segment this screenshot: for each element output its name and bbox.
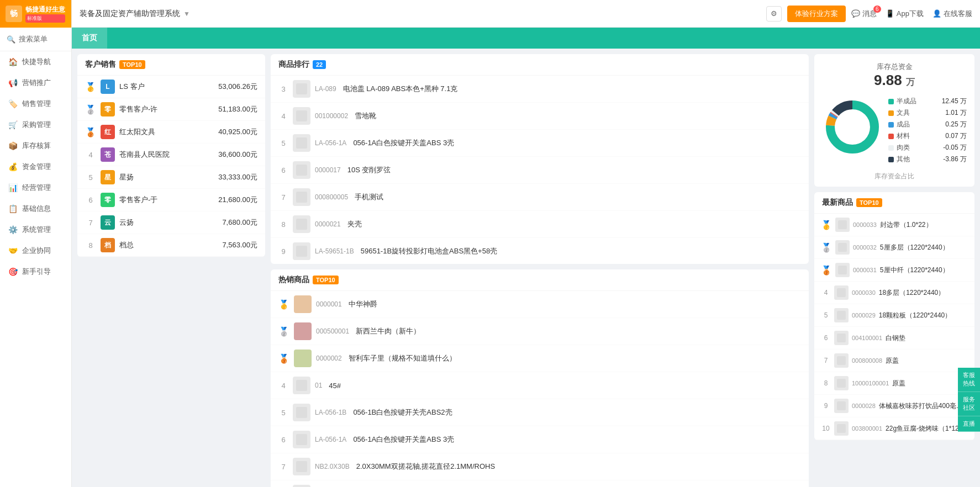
- purchase-label: 采购管理: [22, 120, 51, 130]
- sidebar-item-inventory[interactable]: 📦 库存核算: [0, 135, 71, 156]
- tab-home[interactable]: 首页: [72, 28, 107, 49]
- svg-rect-1: [296, 110, 307, 121]
- topbar-right: 💬 消息 6 📱 App下载 👤 在线客服: [851, 9, 972, 19]
- rank-number: 5: [85, 173, 96, 182]
- customer-ranking-col: 客户销售 TOP10 🥇 L LS 客户 53,006.26元 🥈 零 零售客户…: [77, 54, 265, 481]
- rank-medal: 🥉: [85, 127, 96, 137]
- inventory-value-unit: 万: [906, 77, 915, 87]
- sidebar-item-purchase[interactable]: 🛒 采购管理: [0, 114, 71, 135]
- customer-name: 档总: [119, 240, 218, 250]
- sidebar-item-operations[interactable]: 📊 经营管理: [0, 177, 71, 198]
- rank-number: 5: [278, 139, 288, 147]
- list-item[interactable]: 🥉 0000002 智利车子里（规格不知道填什么）: [271, 345, 809, 372]
- system-name-label: 装备及固定资产辅助管理系统 ▼: [80, 9, 761, 19]
- base-label: 基础信息: [22, 204, 51, 214]
- content-area: 客户销售 TOP10 🥇 L LS 客户 53,006.26元 🥈 零 零售客户…: [72, 49, 980, 487]
- list-item[interactable]: 8 0000011 12070519-xs: [271, 480, 809, 487]
- sidebar-item-enterprise[interactable]: 🤝 企业协同: [0, 240, 71, 261]
- list-item[interactable]: 🥇 0000033 封边带（1.0*22）: [814, 214, 974, 236]
- purchase-icon: 🛒: [8, 120, 18, 130]
- rank-number: 8: [85, 241, 96, 250]
- settings-button[interactable]: ⚙: [766, 6, 782, 22]
- product-ranking-header: 商品排行 22: [271, 54, 809, 76]
- list-item[interactable]: 🥈 000500001 新西兰牛肉（新牛）: [271, 318, 809, 345]
- list-item[interactable]: 6 0000017 10S 变削罗弦: [271, 157, 809, 184]
- list-item[interactable]: 5 LA-056-1B 056-1B白色按键开关壳ABS2壳: [271, 399, 809, 426]
- app-download-button[interactable]: 📱 App下载: [886, 9, 924, 19]
- rank-number: 8: [821, 379, 831, 387]
- list-item[interactable]: 7 000800008 原盖: [814, 350, 974, 372]
- list-item[interactable]: 4 001000002 雪地靴: [271, 103, 809, 130]
- legend-item: 成品 0.25 万: [888, 120, 967, 129]
- sidebar-logo[interactable]: 畅 畅捷通好生意 标准版: [0, 0, 71, 28]
- trial-button[interactable]: 体验行业方案: [787, 6, 846, 22]
- list-item[interactable]: 6 004100001 白钢垫: [814, 327, 974, 350]
- main-area: 装备及固定资产辅助管理系统 ▼ ⚙ 体验行业方案 💬 消息 6 📱 App下载 …: [72, 0, 980, 487]
- system-dropdown-arrow[interactable]: ▼: [183, 10, 190, 18]
- list-item[interactable]: 9 LA-59651-1B 59651-1B旋转投影灯电池盒ABS黑色+58壳: [271, 238, 809, 264]
- product-thumb: [293, 215, 310, 233]
- table-row[interactable]: 7 云 云扬 7,680.00元: [77, 211, 265, 234]
- sidebar-item-quicknav[interactable]: 🏠 快捷导航: [0, 51, 71, 72]
- table-row[interactable]: 5 星 星扬 33,333.00元: [77, 166, 265, 189]
- inventory-card: 库存总资金 9.88 万: [814, 54, 974, 187]
- avatar: 红: [101, 125, 115, 139]
- svg-rect-10: [296, 461, 307, 472]
- sidebar-item-marketing[interactable]: 📢 营销推广: [0, 72, 71, 93]
- quicknav-icon: 🏠: [8, 57, 18, 67]
- product-code: LA-056-1A: [315, 436, 346, 443]
- list-item[interactable]: 7 000800005 手机测试: [271, 184, 809, 211]
- sidebar-item-sales[interactable]: 🏷️ 销售管理: [0, 93, 71, 114]
- list-item[interactable]: 🥇 0000001 中华神爵: [271, 291, 809, 318]
- list-item[interactable]: 8 0000021 夹壳: [271, 211, 809, 238]
- list-item[interactable]: 6 LA-056-1A 056-1A白色按键开关盖ABS 3壳: [271, 426, 809, 453]
- list-item[interactable]: 7 NB2.0X30B 2.0X30MM双搓花轴,搓花直径2.1MM/ROHS: [271, 453, 809, 480]
- rank-number: 10: [821, 425, 831, 432]
- list-item[interactable]: 4 0000030 18多层（1220*2440）: [814, 282, 974, 304]
- list-item[interactable]: 🥈 0000032 5厘多层（1220*2440）: [814, 236, 974, 259]
- table-row[interactable]: 🥉 红 红太阳文具 40,925.00元: [77, 121, 265, 144]
- finance-icon: 💰: [8, 162, 18, 172]
- avatar: 零: [101, 193, 115, 207]
- messages-button[interactable]: 💬 消息 6: [851, 9, 877, 19]
- customer-name: LS 客户: [119, 82, 214, 92]
- table-row[interactable]: 🥈 零 零售客户-许 51,183.00元: [77, 98, 265, 121]
- table-row[interactable]: 8 档 档总 7,563.00元: [77, 234, 265, 257]
- table-row[interactable]: 6 零 零售客户-于 21,680.00元: [77, 189, 265, 211]
- sales-icon: 🏷️: [8, 99, 18, 109]
- table-row[interactable]: 🥇 L LS 客户 53,006.26元: [77, 76, 265, 98]
- sidebar: 畅 畅捷通好生意 标准版 🔍 搜索菜单 🏠 快捷导航 📢 营销推广 🏷️ 销售管…: [0, 0, 72, 487]
- product-thumb: [294, 322, 312, 340]
- list-item[interactable]: 8 10000100001 原盖: [814, 372, 974, 395]
- list-item[interactable]: 5 LA-056-1A 056-1A白色按键开关盖ABS 3壳: [271, 130, 809, 157]
- middle-col: 商品排行 22 3 LA-089 电池盖 LA-089 ABS本色+黑种 7.1…: [271, 54, 809, 481]
- legend-name: 其他: [897, 155, 910, 164]
- product-name: 18多层（1220*2440）: [879, 288, 968, 298]
- list-item[interactable]: 🥉 0000031 5厘中纤（1220*2440）: [814, 259, 974, 282]
- table-row[interactable]: 4 苍 苍南县人民医院 36,600.00元: [77, 144, 265, 166]
- sidebar-item-guide[interactable]: 🎯 新手引导: [0, 261, 71, 282]
- list-item[interactable]: 4 01 45#: [271, 372, 809, 399]
- sidebar-item-finance[interactable]: 💰 资金管理: [0, 156, 71, 177]
- list-item[interactable]: 3 LA-089 电池盖 LA-089 ABS本色+黑种 7.1克: [271, 76, 809, 103]
- product-thumb: [835, 263, 850, 277]
- list-item[interactable]: 5 0000029 18颗粒板（1220*2440）: [814, 304, 974, 327]
- legend-name: 文具: [897, 108, 910, 118]
- product-name: 电池盖 LA-089 ABS本色+黑种 7.1克: [343, 84, 801, 94]
- sidebar-item-base[interactable]: 📋 基础信息: [0, 198, 71, 219]
- community-button[interactable]: 服务 社区: [958, 392, 980, 416]
- topbar: 装备及固定资产辅助管理系统 ▼ ⚙ 体验行业方案 💬 消息 6 📱 App下载 …: [72, 0, 980, 28]
- list-item[interactable]: 9 0000028 体械嘉枚味苏打饮品400毫升（1*15）: [814, 395, 974, 417]
- list-item[interactable]: 10 003800001 22g鱼豆腐-烧烤味（1*12*20）: [814, 417, 974, 440]
- live-button[interactable]: 直播: [958, 416, 980, 432]
- sidebar-item-system[interactable]: ⚙️ 系统管理: [0, 219, 71, 240]
- online-service-button[interactable]: 👤 在线客服: [932, 9, 972, 19]
- legend-value: -3.86 万: [943, 155, 967, 164]
- product-name: 原盖: [892, 379, 968, 388]
- product-name: 新西兰牛肉（新牛）: [356, 326, 801, 336]
- sidebar-search-area: 🔍 搜索菜单: [0, 28, 71, 51]
- customer-service-button[interactable]: 客服 热线: [958, 368, 980, 392]
- search-menu-button[interactable]: 🔍 搜索菜单: [4, 32, 67, 46]
- customer-amount: 36,600.00元: [218, 150, 257, 160]
- product-code: 0000002: [316, 354, 342, 362]
